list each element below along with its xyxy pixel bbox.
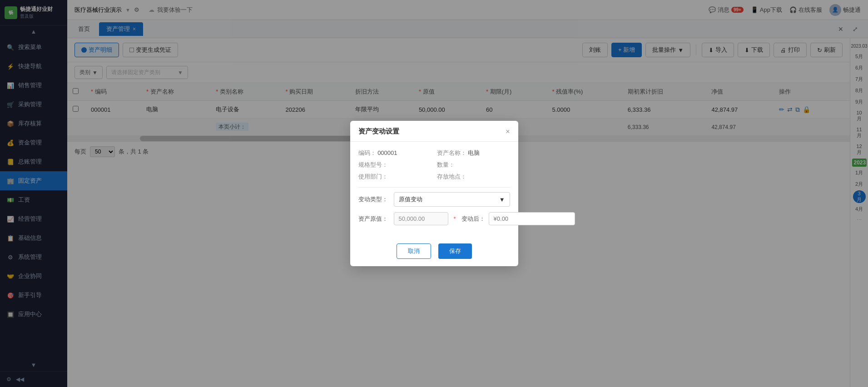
modal-name-label: 资产名称： (437, 149, 466, 156)
modal-code-item: 编码： 000001 (358, 149, 432, 157)
change-type-label: 变动类型： (358, 195, 390, 203)
change-type-arrow-icon: ▼ (499, 196, 505, 203)
after-change-label: 变动后： (461, 215, 485, 223)
original-value-label: 资产原值： (358, 215, 390, 223)
modal-quantity-item: 数量： (437, 161, 510, 169)
modal-code-value: 000001 (377, 149, 397, 156)
required-star: * (454, 215, 456, 222)
modal-quantity-label: 数量： (437, 161, 455, 168)
modal-code-label: 编码： (358, 149, 376, 156)
modal-spec-item: 规格型号： (358, 161, 432, 169)
modal-spec-label: 规格型号： (358, 161, 388, 168)
modal-info-grid: 编码： 000001 资产名称： 电脑 规格型号： 数量： 使用部门： (358, 149, 510, 181)
modal-name-item: 资产名称： 电脑 (437, 149, 510, 157)
modal-location-label: 存放地点： (437, 173, 466, 180)
change-type-row: 变动类型： 原值变动 ▼ (358, 192, 510, 207)
modal-overlay[interactable]: 资产变动设置 × 编码： 000001 资产名称： 电脑 规格型号： 数 (0, 0, 868, 387)
modal-location-item: 存放地点： (437, 173, 510, 181)
original-value-row: 资产原值： * 变动后： (358, 212, 510, 225)
modal-name-value: 电脑 (468, 149, 480, 156)
modal-divider (358, 187, 510, 188)
original-value-input (394, 212, 448, 225)
asset-change-modal: 资产变动设置 × 编码： 000001 资产名称： 电脑 规格型号： 数 (350, 121, 518, 266)
change-type-value: 原值变动 (399, 195, 422, 203)
modal-body: 编码： 000001 资产名称： 电脑 规格型号： 数量： 使用部门： (350, 142, 518, 238)
modal-close-btn[interactable]: × (506, 128, 510, 136)
modal-footer: 取消 保存 (350, 238, 518, 266)
change-type-select[interactable]: 原值变动 ▼ (394, 192, 510, 207)
modal-title: 资产变动设置 (358, 127, 399, 136)
cancel-button[interactable]: 取消 (397, 243, 431, 259)
modal-dept-label: 使用部门： (358, 173, 388, 180)
modal-header: 资产变动设置 × (350, 121, 518, 142)
save-button[interactable]: 保存 (438, 243, 472, 259)
after-change-input[interactable] (489, 212, 575, 225)
modal-dept-item: 使用部门： (358, 173, 432, 181)
